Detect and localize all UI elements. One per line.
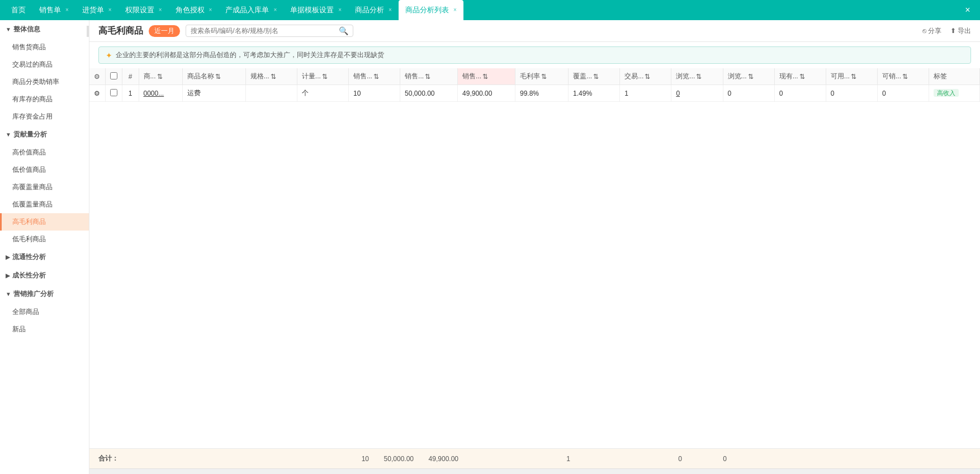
total-label: 合计： xyxy=(98,454,119,463)
col-header-coverage[interactable]: 覆盖...⇅ xyxy=(569,68,620,85)
sidebar-item-sales-goods[interactable]: 销售货商品 xyxy=(0,39,89,56)
row-browse2: 0 xyxy=(723,85,774,102)
row-code[interactable]: 0000... xyxy=(139,85,183,102)
col-header-code[interactable]: 商...⇅ xyxy=(139,68,183,85)
col-header-gross-margin[interactable]: 毛利率⇅ xyxy=(515,68,569,85)
sidebar-item-high-value[interactable]: 高价值商品 xyxy=(0,144,89,161)
table-row: ⚙ 1 0000... 运费 个 10 50,000.00 49,900.00 … xyxy=(89,85,980,102)
sidebar-item-high-coverage[interactable]: 高覆盖量商品 xyxy=(0,179,89,196)
sidebar-group-contribution[interactable]: ▼ 贡献量分析 xyxy=(0,125,89,144)
nav-product-analysis-list[interactable]: 商品分析列表 × xyxy=(399,0,463,20)
window-close-button[interactable]: × xyxy=(960,0,976,20)
sidebar-item-in-stock[interactable]: 有库存的商品 xyxy=(0,91,89,108)
share-icon: ⎋ xyxy=(922,27,926,35)
filter-recent-month-button[interactable]: 近一月 xyxy=(149,25,180,37)
sidebar-item-high-margin[interactable]: 高毛利商品 xyxy=(0,213,89,231)
arrow-down-icon: ▼ xyxy=(6,26,11,32)
row-sales-cost: 49,900.00 xyxy=(458,85,515,102)
arrow-down-icon-3: ▼ xyxy=(6,291,11,297)
row-name: 运费 xyxy=(183,85,246,102)
table-wrapper[interactable]: ⚙ # 商...⇅ 商品名称⇅ 规格...⇅ 计量... xyxy=(89,68,980,448)
nav-product-analysis[interactable]: 商品分析 × xyxy=(348,0,399,20)
nav-close-template[interactable]: × xyxy=(338,0,342,20)
nav-product-entry[interactable]: 产成品入库单 × xyxy=(219,0,283,20)
search-input[interactable] xyxy=(191,27,339,35)
col-header-name[interactable]: 商品名称⇅ xyxy=(183,68,246,85)
col-header-sellable[interactable]: 可销...⇅ xyxy=(878,68,929,85)
sidebar-group-growth[interactable]: ▶ 成长性分析 xyxy=(0,266,89,285)
export-button[interactable]: ⬆ 导出 xyxy=(950,26,971,36)
info-icon: ✦ xyxy=(106,51,112,60)
row-checkbox[interactable] xyxy=(105,85,122,102)
sidebar-item-low-coverage[interactable]: 低覆盖量商品 xyxy=(0,196,89,213)
select-all-checkbox[interactable] xyxy=(110,72,117,79)
sidebar-item-traded-goods[interactable]: 交易过的商品 xyxy=(0,56,89,73)
content-area: 高毛利商品 近一月 🔍 ⎋ 分享 ⬆ 导出 ✦ 企业的主要的利润都是这部分商品创… xyxy=(89,20,980,474)
arrow-right-icon: ▶ xyxy=(6,254,10,260)
nav-close-permissions[interactable]: × xyxy=(159,0,162,20)
col-header-available-stock[interactable]: 可用...⇅ xyxy=(826,68,877,85)
row-gear[interactable]: ⚙ xyxy=(89,85,105,102)
sidebar-item-all-goods[interactable]: 全部商品 xyxy=(0,303,89,321)
nav-close-purchase[interactable]: × xyxy=(108,0,112,20)
row-tag: 高收入 xyxy=(929,85,980,102)
nav-roles[interactable]: 角色授权 × xyxy=(169,0,219,20)
row-index: 1 xyxy=(122,85,139,102)
share-button[interactable]: ⎋ 分享 xyxy=(922,26,941,36)
sidebar-item-low-value[interactable]: 低价值商品 xyxy=(0,161,89,179)
nav-home[interactable]: 首页 xyxy=(4,0,32,20)
row-coverage: 1.49% xyxy=(569,85,620,102)
footer-current-stock: 0 xyxy=(642,455,687,463)
sidebar-item-low-margin[interactable]: 低毛利商品 xyxy=(0,231,89,248)
arrow-down-icon-2: ▼ xyxy=(6,132,11,138)
nav-close-roles[interactable]: × xyxy=(209,0,212,20)
horizontal-scrollbar[interactable] xyxy=(89,468,980,474)
info-banner: ✦ 企业的主要的利润都是这部分商品创造的，可考虑加大推广，同时关注库存是不要出现… xyxy=(98,46,971,64)
search-icon[interactable]: 🔍 xyxy=(339,26,348,35)
footer-trade: 1 xyxy=(530,455,575,463)
row-spec xyxy=(245,85,297,102)
nav-close-product-entry[interactable]: × xyxy=(273,0,277,20)
col-header-browse2[interactable]: 浏览...⇅ xyxy=(723,68,774,85)
row-current-stock: 0 xyxy=(774,85,826,102)
sidebar-item-new-products[interactable]: 新品 xyxy=(0,321,89,338)
nav-sales-order[interactable]: 销售单 × xyxy=(32,0,75,20)
nav-permissions[interactable]: 权限设置 × xyxy=(119,0,169,20)
sidebar-item-stock-funds[interactable]: 库存资金占用 xyxy=(0,108,89,125)
col-header-gear[interactable]: ⚙ xyxy=(89,68,105,85)
row-sellable: 0 xyxy=(878,85,929,102)
col-header-sales-qty[interactable]: 销售...⇅ xyxy=(348,68,400,85)
top-nav: 首页 销售单 × 进货单 × 权限设置 × 角色授权 × 产成品入库单 × 单据… xyxy=(0,0,980,20)
content-header: 高毛利商品 近一月 🔍 ⎋ 分享 ⬆ 导出 xyxy=(89,20,980,42)
nav-close-analysis[interactable]: × xyxy=(389,0,392,20)
col-header-spec[interactable]: 规格...⇅ xyxy=(245,68,297,85)
footer-totals: 合计： 10 50,000.00 49,900.00 1 0 0 xyxy=(89,448,980,468)
sidebar-group-liquidity[interactable]: ▶ 流通性分析 xyxy=(0,248,89,266)
col-header-browse1[interactable]: 浏览...⇅ xyxy=(671,68,723,85)
search-box: 🔍 xyxy=(186,25,353,37)
col-header-current-stock[interactable]: 现有...⇅ xyxy=(774,68,826,85)
sidebar-collapse-button[interactable]: « xyxy=(87,26,89,37)
row-browse1[interactable]: 0 xyxy=(671,85,723,102)
arrow-right-icon-2: ▶ xyxy=(6,273,10,279)
sidebar-group-marketing[interactable]: ▼ 营销推广分析 xyxy=(0,285,89,303)
row-sales-amount: 50,000.00 xyxy=(400,85,458,102)
footer-sales-cost: 49,900.00 xyxy=(418,455,463,463)
row-trade: 1 xyxy=(620,85,671,102)
col-header-unit[interactable]: 计量...⇅ xyxy=(297,68,348,85)
col-header-index: # xyxy=(122,68,139,85)
nav-template-settings[interactable]: 单据模板设置 × xyxy=(283,0,348,20)
nav-purchase-order[interactable]: 进货单 × xyxy=(75,0,119,20)
nav-close-analysis-list[interactable]: × xyxy=(453,0,457,20)
row-gross-margin: 99.8% xyxy=(515,85,569,102)
col-header-trade[interactable]: 交易...⇅ xyxy=(620,68,671,85)
page-title: 高毛利商品 xyxy=(98,25,143,37)
nav-close-sales[interactable]: × xyxy=(65,0,69,20)
col-header-sales-amount[interactable]: 销售...⇅ xyxy=(400,68,458,85)
row-unit: 个 xyxy=(297,85,348,102)
sidebar: « ▼ 整体信息 销售货商品 交易过的商品 商品分类助销率 有库存的商品 库存资… xyxy=(0,20,89,474)
sidebar-item-category-rate[interactable]: 商品分类助销率 xyxy=(0,73,89,91)
col-header-check[interactable] xyxy=(105,68,122,85)
col-header-sales-cost[interactable]: 销售...⇅ xyxy=(458,68,515,85)
sidebar-group-overall-info[interactable]: ▼ 整体信息 xyxy=(0,20,89,39)
